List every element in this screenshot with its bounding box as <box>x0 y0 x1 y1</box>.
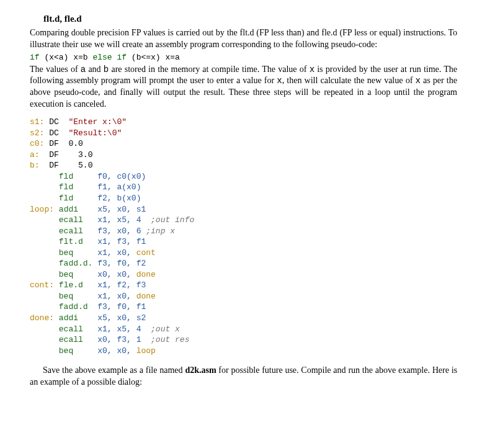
ops: f3, x0, 6 <box>97 226 141 236</box>
mnem: ecall <box>59 215 83 225</box>
code-line: beq x1, x0, cont <box>30 248 457 259</box>
ops: f2, b(x0) <box>97 194 141 203</box>
code-line: fadd.d f3, f0, f1 <box>30 302 457 313</box>
id-x3: x <box>415 76 420 86</box>
code-line: done: addi x5, x0, s2 <box>30 313 457 324</box>
ops: f0, c0(x0) <box>97 172 146 181</box>
mnem: flt.d <box>59 237 83 246</box>
code-line: ecall x1, x5, 4 ;out info <box>30 215 457 226</box>
ops: x1, x0, <box>97 248 136 258</box>
id-x2: x <box>277 76 282 86</box>
code-line: beq x1, x0, done <box>30 291 457 302</box>
ops: x0, x0, <box>97 346 136 356</box>
target: cont <box>136 248 156 258</box>
pseudocode-line: if (x<a) x=b else if (b<=x) x=a <box>30 52 457 63</box>
mnem: beq <box>59 270 73 279</box>
p2a: The values of <box>30 65 81 74</box>
ops: x1, x0, <box>97 292 136 301</box>
target: done <box>136 292 156 301</box>
comment: ;out info <box>151 215 194 225</box>
lbl: b: <box>30 161 40 170</box>
p2e: , then will calculate the new value of <box>282 76 416 85</box>
ops: f3, f0, f2 <box>97 259 146 268</box>
ops: x0, x0, <box>97 270 136 279</box>
id-x1: x <box>310 65 315 74</box>
assembly-code-block: s1: DC "Enter x:\0" s2: DC "Result:\0" c… <box>30 117 457 356</box>
mnem: beq <box>59 346 73 356</box>
mnem: fadd.d. <box>59 259 93 268</box>
kw-if: if <box>30 53 40 62</box>
ops: x0, f3, 1 <box>97 335 141 344</box>
code-line: beq x0, x0, loop <box>30 346 457 357</box>
code-line: a: DF 3.0 <box>30 150 457 161</box>
code-line: s2: DC "Result:\0" <box>30 128 457 139</box>
code-line: b: DF 5.0 <box>30 160 457 171</box>
lbl: cont: <box>30 280 54 290</box>
lbl: loop: <box>30 205 54 214</box>
code-line: loop: addi x5, x0, s1 <box>30 204 457 215</box>
id-a: a <box>81 65 86 74</box>
kw-else: else <box>92 53 112 62</box>
section-heading: flt.d, fle.d <box>43 12 457 25</box>
comment: ;out x <box>151 325 180 334</box>
lbl: a: <box>30 150 40 159</box>
ops: x5, x0, s1 <box>97 205 146 214</box>
dir: DF <box>49 161 59 170</box>
dir: DF <box>49 150 59 159</box>
ops: f1, a(x0) <box>97 182 141 192</box>
mnem: beq <box>59 248 73 258</box>
ops: x1, f3, f1 <box>97 237 146 246</box>
ops: x5, x0, s2 <box>97 313 146 323</box>
ops: x1, x5, 4 <box>97 325 141 334</box>
intro-paragraph: Comparing double precision FP values is … <box>30 27 457 51</box>
mnem: addi <box>59 313 78 323</box>
id-b: b <box>104 65 109 74</box>
mnem: fld <box>59 172 73 181</box>
code-line: ecall x0, f3, 1 ;out res <box>30 334 457 346</box>
ops: x1, f2, f3 <box>97 280 146 290</box>
dir: DC <box>49 117 59 127</box>
mnem: fld <box>59 194 73 203</box>
mnem: fle.d <box>59 280 83 290</box>
mnem: addi <box>59 205 78 214</box>
arg: 5.0 <box>68 161 92 170</box>
comment: ;inp x <box>146 226 175 236</box>
lbl: c0: <box>30 139 44 148</box>
fa: Save the above example as a file named <box>43 365 185 375</box>
arg: "Result:\0" <box>68 128 122 138</box>
dir: DC <box>49 128 59 138</box>
mnem: beq <box>59 292 73 301</box>
desc-paragraph: The values of a and b are stored in the … <box>30 64 457 111</box>
dir: DF <box>49 139 59 148</box>
cond2: (b<=x) x=a <box>127 53 180 62</box>
p2b: and <box>86 65 104 74</box>
lbl: done: <box>30 313 54 323</box>
comment: ;out res <box>151 335 189 344</box>
footer-paragraph: Save the above example as a file named d… <box>30 365 457 388</box>
lbl: s2: <box>30 128 44 138</box>
code-line: flt.d x1, f3, f1 <box>30 236 457 248</box>
code-line: cont: fle.d x1, f2, f3 <box>30 280 457 291</box>
code-line: s1: DC "Enter x:\0" <box>30 117 457 128</box>
target: done <box>136 270 156 279</box>
code-line: fadd.d. f3, f0, f2 <box>30 258 457 269</box>
filename: d2k.asm <box>185 365 216 375</box>
mnem: ecall <box>59 335 83 344</box>
target: loop <box>136 346 156 356</box>
code-line: fld f1, a(x0) <box>30 182 457 193</box>
ops: x1, x5, 4 <box>97 215 141 225</box>
ops: f3, f0, f1 <box>97 302 146 311</box>
mnem: ecall <box>59 325 83 334</box>
mnem: ecall <box>59 226 83 236</box>
code-line: fld f2, b(x0) <box>30 193 457 204</box>
p2c: are stored in the memory at compile time… <box>109 65 309 74</box>
kw-if2: if <box>112 53 127 62</box>
code-line: ecall x1, x5, 4 ;out x <box>30 324 457 335</box>
code-line: fld f0, c0(x0) <box>30 171 457 182</box>
code-line: c0: DF 0.0 <box>30 138 457 150</box>
code-line: ecall f3, x0, 6 ;inp x <box>30 226 457 237</box>
code-line: beq x0, x0, done <box>30 269 457 280</box>
arg: 0.0 <box>68 139 83 148</box>
arg: "Enter x:\0" <box>68 117 127 127</box>
mnem: fadd.d <box>59 302 88 311</box>
